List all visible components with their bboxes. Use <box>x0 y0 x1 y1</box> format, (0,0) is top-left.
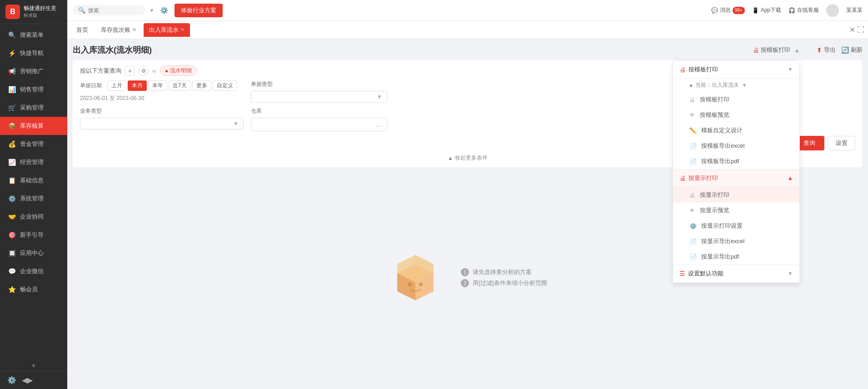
template-export-pdf-item[interactable]: 📄 按模板导出pdf <box>673 154 799 169</box>
settings-bottom-icon[interactable]: ⚙️ <box>7 376 16 384</box>
settings-gear-icon[interactable]: ⚙️ <box>158 4 171 17</box>
sidebar-item-label: 营销推广 <box>20 67 44 75</box>
main-area: 🔍 ▼ ⚙️ 体验行业方案 💬 消息 99+ 📱 App下载 🎧 在线客服 某某… <box>67 0 868 389</box>
default-func-icon: ☰ <box>679 270 685 277</box>
print-dropdown-arrow[interactable]: ▲ <box>794 47 800 54</box>
tab-flow[interactable]: 出入库流水 ✕ <box>144 23 190 37</box>
sidebar-item-newbie[interactable]: 🎯 新手引导 <box>0 226 67 244</box>
expand-tabs-icon[interactable]: ⛶ <box>857 26 864 34</box>
sidebar-item-corp[interactable]: 🤝 企业协同 <box>0 208 67 226</box>
filter-add-button[interactable]: + <box>125 66 135 76</box>
app-logo: B 畅捷通好生意 标准版 <box>0 0 67 24</box>
sidebar-item-wechat[interactable]: 💬 企业微信 <box>0 262 67 280</box>
message-badge: 99+ <box>733 7 745 14</box>
template-preview-item[interactable]: 👁 按模板预览 <box>673 107 799 123</box>
sidebar-item-app-center[interactable]: 🔲 应用中心 <box>0 244 67 262</box>
user-name[interactable]: 某某某 <box>846 6 863 14</box>
filter-warehouse-field: 仓库 … <box>251 107 387 131</box>
display-print-icon: 🖨 <box>689 192 695 199</box>
sidebar-item-basics[interactable]: 📋 基础信息 <box>0 171 67 190</box>
date-btn-this-year[interactable]: 本年 <box>148 80 167 91</box>
tab-inventory-batch-close[interactable]: ✕ <box>132 27 136 33</box>
filter-setting-button[interactable]: ⚙ <box>139 66 149 76</box>
customer-service-label: 在线客服 <box>797 6 819 14</box>
search-dropdown-arrow[interactable]: ▼ <box>149 7 155 14</box>
warehouse-more-button[interactable]: … <box>375 120 382 129</box>
sidebar-item-inventory[interactable]: 📦 库存核算 <box>0 117 67 135</box>
sidebar-item-sales[interactable]: 📊 销售管理 <box>0 80 67 99</box>
display-export-pdf-item[interactable]: 📄 按显示导出pdf <box>673 249 799 264</box>
tab-home[interactable]: 首页 <box>71 23 94 37</box>
search-box[interactable]: 🔍 <box>73 5 145 15</box>
collapse-label: 收起更多条件 <box>455 154 488 162</box>
app-download-item[interactable]: 📱 App下载 <box>752 6 781 14</box>
settings-button[interactable]: 设置 <box>828 136 855 150</box>
template-export-excel-item[interactable]: 📄 按模板导出excel <box>673 138 799 154</box>
filter-warehouse-select[interactable]: … <box>251 118 387 131</box>
date-btn-7days[interactable]: 近7天 <box>169 80 191 91</box>
avatar[interactable] <box>826 4 839 17</box>
sidebar-bottom: ⚙️ ◀▶ <box>0 371 67 389</box>
display-section-label: 按显示打印 <box>688 174 718 182</box>
sidebar-item-quick-nav[interactable]: ⚡ 快捷导航 <box>0 44 67 62</box>
sidebar-item-operations[interactable]: 📈 经营管理 <box>0 153 67 171</box>
industry-solution-button[interactable]: 体验行业方案 <box>175 4 223 17</box>
template-export-pdf-label: 按模板导出pdf <box>701 157 739 165</box>
close-all-icon[interactable]: ✕ <box>849 25 855 34</box>
finance-icon: 💰 <box>7 140 16 149</box>
date-btn-custom[interactable]: 自定义 <box>213 80 237 91</box>
collapse-up-icon: ▲ <box>448 155 453 161</box>
date-label: 单据日期 <box>80 82 102 90</box>
template-print-icon: 🖨 <box>689 96 695 103</box>
date-btn-this-month[interactable]: 本月 <box>128 80 147 91</box>
export-button[interactable]: ⬆ 导出 <box>817 46 836 54</box>
customer-service-item[interactable]: 🎧 在线客服 <box>788 6 819 14</box>
template-custom-item[interactable]: ✏️ 模板自定义设计 <box>673 123 799 138</box>
page-actions: 🖨 按模板打印 ▲ 🖨 按模板打印 ▼ <box>753 46 863 54</box>
warehouse-label: 仓库 <box>251 107 387 115</box>
sidebar-item-purchase[interactable]: 🛒 采购管理 <box>0 99 67 117</box>
filter-date-row: 单据日期 上月 本月 本年 近7天 更多 自定义 <box>80 80 244 91</box>
date-btn-more[interactable]: 更多 <box>192 80 211 91</box>
sidebar-item-search[interactable]: 🔍 搜索菜单 <box>0 26 67 44</box>
display-preview-item[interactable]: 👁 按显示预览 <box>673 203 799 218</box>
sidebar-item-member[interactable]: ⭐ 畅会员 <box>0 280 67 299</box>
business-type-label: 业务类型 <box>80 107 244 115</box>
template-custom-icon: ✏️ <box>689 127 697 134</box>
current-dot: ● <box>689 82 693 89</box>
display-settings-icon: ⚙️ <box>689 223 697 229</box>
tabbar-close-all: ✕ ⛶ <box>849 25 864 34</box>
search-input[interactable] <box>88 7 134 14</box>
filter-collapse-button[interactable]: « <box>152 67 156 75</box>
filter-doc-type-field: 单据类型 ▼ <box>251 80 387 103</box>
tab-inventory-batch[interactable]: 库存批次账 ✕ <box>95 23 142 37</box>
display-export-excel-item[interactable]: 📄 按显示导出excel <box>673 234 799 249</box>
default-func-section-header[interactable]: ☰ 设置默认功能 ▼ <box>673 265 799 283</box>
display-export-pdf-label: 按显示导出pdf <box>701 253 739 261</box>
collapse-more-button[interactable]: ▲ 收起更多条件 <box>448 154 488 162</box>
sidebar-item-system[interactable]: ⚙️ 系统管理 <box>0 190 67 208</box>
sidebar-scroll[interactable]: ▼ <box>0 361 67 371</box>
export-label: 导出 <box>824 46 836 54</box>
template-custom-label: 模板自定义设计 <box>701 126 743 135</box>
tab-flow-close[interactable]: ✕ <box>180 27 185 33</box>
sidebar-item-finance[interactable]: 💰 资金管理 <box>0 135 67 153</box>
display-print-section-header[interactable]: 🖨 按显示打印 ▲ <box>673 170 799 187</box>
sidebar-item-marketing[interactable]: 📢 营销推广 <box>0 62 67 80</box>
empty-step1: 1 请先选择要分析的方案 <box>461 268 547 276</box>
filter-business-type-select[interactable]: ▼ <box>80 118 244 130</box>
filter-tag[interactable]: ● 流水明细 <box>160 65 197 76</box>
filter-doc-type-select[interactable]: ▼ <box>251 91 387 103</box>
refresh-button[interactable]: 🔄 刷新 <box>841 46 863 54</box>
message-item[interactable]: 💬 消息 99+ <box>711 6 745 14</box>
template-print-section-header[interactable]: 🖨 按模板打印 ▼ <box>673 61 799 79</box>
display-print-item[interactable]: 🖨 按显示打印 <box>673 187 799 203</box>
date-btn-last-month[interactable]: 上月 <box>107 80 126 91</box>
marketing-icon: 📢 <box>7 67 16 76</box>
template-print-item[interactable]: 🖨 按模板打印 <box>673 92 799 107</box>
current-arrow: ▼ <box>742 82 747 89</box>
sidebar-item-label: 企业微信 <box>20 267 44 275</box>
display-print-settings-item[interactable]: ⚙️ 按显示打印设置 <box>673 218 799 234</box>
collapse-icon[interactable]: ◀▶ <box>22 376 33 384</box>
print-template-button[interactable]: 🖨 按模板打印 ▲ 🖨 按模板打印 ▼ <box>753 46 800 54</box>
